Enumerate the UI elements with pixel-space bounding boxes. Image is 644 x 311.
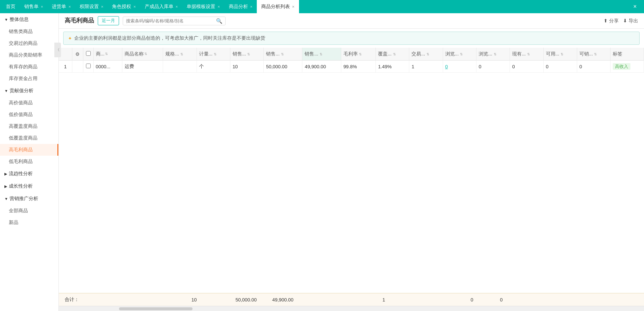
cell-checkbox[interactable] [83,61,93,73]
col-settings[interactable]: ⚙ [72,48,83,61]
footer-spacer3 [439,297,468,303]
col-spec[interactable]: 规格... ⇅ [163,48,197,61]
footer-sale-amount: 50,000.00 [233,297,270,303]
share-button[interactable]: ⬆ 分享 [604,18,619,24]
nav-tab-analysis-list[interactable]: 商品分析列表 × [257,0,299,13]
content-header: 高毛利商品 近一月 🔍 ⬆ 分享 ⬇ 导出 [59,13,644,29]
sidebar-item-all-goods[interactable]: 全部商品 [0,205,58,217]
close-product-tab[interactable]: × [176,4,178,9]
window-close-button[interactable]: × [630,3,640,10]
footer-bar: 合计： 10 50,000.00 49,900.00 1 0 0 [59,293,644,306]
cell-unit: 个 [197,61,230,73]
export-icon: ⬇ [623,18,627,23]
close-sales-tab[interactable]: × [41,4,43,9]
close-permission-tab[interactable]: × [101,4,103,9]
arrow-growth: ▶ [4,184,7,188]
col-view2[interactable]: 浏览... ⇅ [476,48,510,61]
nav-tab-home[interactable]: 首页 [1,0,20,13]
sidebar-item-traded-goods[interactable]: 交易过的商品 [0,37,58,49]
col-view1[interactable]: 浏览... ⇅ [443,48,476,61]
cell-current: 0 [510,61,543,73]
sort-current-icon: ⇅ [527,53,530,56]
nav-tab-template[interactable]: 单据模板设置 × [182,0,224,13]
sidebar-collapse-btn[interactable]: 《 [54,43,61,57]
table-container[interactable]: ⚙ 商... ⇅ 商品名称 ⇅ [59,48,644,293]
col-sale-count[interactable]: 销售... ⇅ [230,48,263,61]
footer-sale-count: 10 [189,297,233,303]
col-checkbox[interactable] [83,48,93,61]
close-analysis-tab[interactable]: × [250,4,252,9]
cell-view1[interactable]: 0 [443,61,476,73]
footer-trade: 1 [380,297,410,303]
cell-trade: 1 [409,61,443,73]
sidebar-item-high-coverage[interactable]: 高覆盖度商品 [0,120,58,132]
cell-saleable: 0 [577,61,610,73]
sidebar-item-high-profit[interactable]: 高毛利商品 [0,144,58,156]
footer-available: 0 [498,297,527,303]
sidebar-group-growth[interactable]: ▶ 成长性分析 [0,180,58,192]
col-current[interactable]: 现有... ⇅ [510,48,543,61]
cell-view2: 0 [476,61,510,73]
horizontal-scrollbar[interactable] [59,306,644,311]
sidebar-item-high-value[interactable]: 高价值商品 [0,97,58,109]
close-role-tab[interactable]: × [133,4,136,9]
select-all-checkbox[interactable] [86,51,91,56]
scrollbar-thumb[interactable] [119,307,193,310]
footer-spacer2 [410,297,439,303]
cell-index: 1 [59,61,72,73]
nav-tab-product[interactable]: 产成品入库单 × [140,0,182,13]
sidebar-item-low-value[interactable]: 低价值商品 [0,109,58,120]
col-saleable[interactable]: 可销... ⇅ [577,48,610,61]
sidebar-group-overall[interactable]: ▼ 整体信息 [0,13,58,26]
cell-gross-rate: 99.8% [341,61,376,73]
col-sale-profit[interactable]: 销售... ⇅ [302,48,341,61]
col-code[interactable]: 商... ⇅ [93,48,122,61]
footer-current: 0 [468,297,498,303]
export-button[interactable]: ⬇ 导出 [623,18,638,24]
nav-tab-sales[interactable]: 销售单 × [20,0,47,13]
sidebar-group-contribution[interactable]: ▼ 贡献值分析 [0,84,58,97]
sidebar-item-low-coverage[interactable]: 低覆盖度商品 [0,132,58,144]
close-template-tab[interactable]: × [217,4,220,9]
sort-unit-icon: ⇅ [214,53,217,56]
sidebar-item-category-rate[interactable]: 商品分类助销率 [0,49,58,61]
sidebar-group-trend[interactable]: ▶ 流趋性分析 [0,167,58,180]
nav-tab-purchase[interactable]: 进货单 × [47,0,75,13]
col-tag[interactable]: 标签 [611,48,644,61]
col-gross-rate[interactable]: 毛利率 ⇅ [341,48,376,61]
sort-view1-icon: ⇅ [460,53,463,56]
col-trade[interactable]: 交易... ⇅ [409,48,443,61]
cell-sale-profit: 49,900.00 [302,61,341,73]
info-icon: ✦ [68,36,72,41]
sort-trade-icon: ⇅ [427,53,429,56]
nav-tab-analysis[interactable]: 商品分析 × [224,0,257,13]
sidebar-item-stocked-goods[interactable]: 有库存的商品 [0,61,58,73]
nav-tab-permission[interactable]: 权限设置 × [75,0,108,13]
sort-grossrate-icon: ⇅ [359,53,362,56]
close-purchase-tab[interactable]: × [68,4,71,9]
sidebar-item-sales-goods[interactable]: 销售类商品 [0,26,58,37]
sidebar-group-marketing[interactable]: ▼ 营销推广分析 [0,192,58,205]
sidebar-item-new-goods[interactable]: 新品 [0,217,58,228]
col-coverage[interactable]: 覆盖... ⇅ [376,48,409,61]
footer-spacer1 [307,297,380,303]
search-icon[interactable]: 🔍 [216,18,222,24]
close-analysis-list-tab[interactable]: × [292,4,294,9]
nav-tab-role[interactable]: 角色授权 × [108,0,140,13]
sidebar-item-low-profit[interactable]: 低毛利商品 [0,156,58,167]
col-name[interactable]: 商品名称 ⇅ [122,48,163,61]
filter-month-btn[interactable]: 近一月 [98,16,119,25]
nav-right: × [630,3,643,10]
col-available[interactable]: 可用... ⇅ [543,48,577,61]
tag-badge: 高收入 [613,63,630,70]
col-sale-amount[interactable]: 销售... ⇅ [264,48,302,61]
sidebar-item-stock-capital[interactable]: 库存资金占用 [0,73,58,84]
data-table: ⚙ 商... ⇅ 商品名称 ⇅ [59,48,644,73]
col-unit[interactable]: 计量... ⇅ [197,48,230,61]
footer-cells: 10 50,000.00 49,900.00 1 0 0 [86,297,638,303]
search-input[interactable] [126,18,216,23]
view1-link[interactable]: 0 [445,64,448,69]
sort-view2-icon: ⇅ [494,53,497,56]
row-checkbox[interactable] [86,64,91,68]
arrow-contribution: ▼ [4,89,8,93]
